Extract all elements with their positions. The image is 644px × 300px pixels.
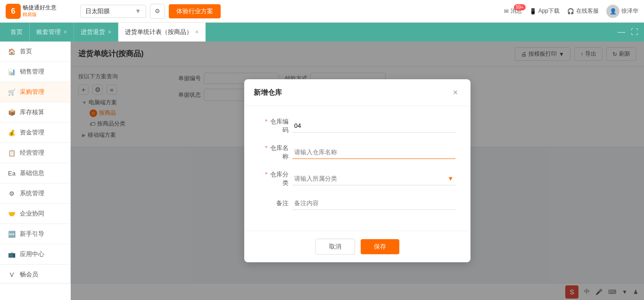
sidebar-member-label: 畅会员: [20, 270, 38, 279]
sidebar-system-label: 系统管理: [20, 189, 44, 198]
app-logo: 6: [6, 4, 21, 19]
store-arrow-icon: ▼: [135, 8, 141, 15]
operations-icon: 📋: [8, 149, 16, 157]
top-right-area: ✉ 消息 99+ 📱 App下载 🎧 在线客服 👤 徐泽华: [504, 5, 638, 18]
sidebar-item-guide[interactable]: 🆕 新手引导: [0, 224, 70, 244]
app-edition: 精易版: [23, 11, 57, 18]
note-input[interactable]: [292, 197, 455, 210]
tab-home[interactable]: 首页: [4, 23, 30, 42]
form-row-code: * 仓库编码: [259, 117, 455, 134]
inventory-icon: 📦: [8, 108, 16, 117]
new-warehouse-dialog: 新增仓库 × * 仓库编码 *: [244, 79, 471, 262]
tab-purchase-return-label: 进货退货: [81, 28, 105, 36]
sidebar-collab-label: 企业协同: [20, 209, 44, 218]
tab-account[interactable]: 账套管理 ×: [30, 23, 74, 42]
sidebar-apps-label: 应用中心: [20, 250, 44, 258]
tab-purchase-stats[interactable]: 进货单统计表（按商品） ×: [118, 23, 206, 42]
member-icon: V: [8, 270, 16, 279]
system-icon: ⚙: [8, 189, 16, 198]
top-bar: 6 畅捷通好生意 精易版 日太阳膜 ▼ ⚙ 体验行业方案 ✉ 消息 99+ 📱 …: [0, 0, 644, 23]
sidebar-item-collab[interactable]: 🤝 企业协同: [0, 204, 70, 224]
form-row-note: 备注: [259, 197, 455, 210]
dialog-header: 新增仓库 ×: [244, 79, 471, 106]
dialog-footer: 取消 保存: [244, 231, 471, 262]
sidebar-home-label: 首页: [20, 47, 32, 56]
home-icon: 🏠: [8, 47, 16, 56]
name-required-mark: *: [265, 144, 267, 151]
settings-button[interactable]: ⚙: [150, 4, 165, 19]
category-dropdown-icon[interactable]: ▼: [447, 175, 454, 182]
dialog-close-button[interactable]: ×: [450, 87, 461, 98]
code-label: * 仓库编码: [259, 117, 292, 134]
sidebar-inventory-label: 库存核算: [20, 108, 44, 117]
headset-icon: 🎧: [567, 8, 574, 15]
sidebar-item-inventory[interactable]: 📦 库存核算: [0, 102, 70, 123]
tab-purchase-return[interactable]: 进货退货 ×: [74, 23, 118, 42]
sidebar-item-basicinfo[interactable]: Ea 基础信息: [0, 163, 70, 183]
cancel-button[interactable]: 取消: [315, 239, 355, 255]
sidebar-item-apps[interactable]: 📺 应用中心: [0, 244, 70, 265]
category-select-input[interactable]: [294, 175, 447, 182]
finance-icon: 💰: [8, 128, 16, 137]
category-select-wrapper: ▼: [292, 172, 455, 185]
sidebar-purchase-label: 采购管理: [20, 88, 44, 96]
tab-purchase-stats-label: 进货单统计表（按商品）: [125, 28, 192, 36]
store-selector[interactable]: 日太阳膜 ▼: [80, 5, 146, 18]
user-menu[interactable]: 👤 徐泽华: [606, 5, 638, 18]
app-download-button[interactable]: 📱 App下载: [529, 7, 560, 15]
tab-bar: 首页 账套管理 × 进货退货 × 进货单统计表（按商品） × — ⛶: [0, 23, 644, 42]
name-label: * 仓库名称: [259, 144, 292, 161]
modal-overlay[interactable]: 新增仓库 × * 仓库编码 *: [71, 42, 644, 300]
online-service-button[interactable]: 🎧 在线客服: [567, 7, 599, 15]
code-required-mark: *: [265, 118, 267, 125]
sidebar-finance-label: 资金管理: [20, 128, 44, 137]
phone-icon: 📱: [529, 8, 537, 15]
basicinfo-icon: Ea: [8, 169, 16, 177]
trial-button[interactable]: 体验行业方案: [169, 4, 221, 18]
sidebar-item-finance[interactable]: 💰 资金管理: [0, 123, 70, 143]
sidebar-guide-label: 新手引导: [20, 230, 44, 238]
sidebar-item-sales[interactable]: 📊 销售管理: [0, 62, 70, 82]
dialog-title: 新增仓库: [254, 88, 282, 97]
tab-expand-icon[interactable]: ⛶: [629, 28, 640, 36]
category-label: * 仓库分类: [259, 170, 292, 187]
message-badge: 99+: [514, 4, 526, 10]
tab-account-label: 账套管理: [36, 28, 61, 36]
sidebar: 🏠 首页 📊 销售管理 🛒 采购管理 📦 库存核算 💰 资金管理 📋 经营管理 …: [0, 42, 71, 300]
sidebar-sales-label: 销售管理: [20, 67, 44, 76]
tab-home-label: 首页: [10, 28, 23, 36]
message-icon: ✉: [504, 8, 509, 15]
apps-icon: 📺: [8, 250, 16, 258]
tab-minimize-icon[interactable]: —: [616, 28, 627, 36]
sidebar-item-purchase[interactable]: 🛒 采购管理: [0, 82, 70, 102]
collab-icon: 🤝: [8, 209, 16, 218]
messages-button[interactable]: ✉ 消息 99+: [504, 7, 522, 15]
guide-icon: 🆕: [8, 230, 16, 238]
sidebar-item-system[interactable]: ⚙ 系统管理: [0, 183, 70, 204]
tab-account-close[interactable]: ×: [64, 29, 67, 35]
sidebar-item-home[interactable]: 🏠 首页: [0, 42, 70, 62]
form-row-name: * 仓库名称: [259, 144, 455, 161]
warehouse-code-input[interactable]: [292, 119, 455, 133]
logo-area: 6 畅捷通好生意 精易版: [6, 4, 76, 19]
dialog-body: * 仓库编码 * 仓库名称: [244, 106, 471, 231]
sidebar-item-member[interactable]: V 畅会员: [0, 265, 70, 285]
content-area: 进货单统计(按商品) 🖨 按模板打印 ▼ ↑ 导出 ↻ 刷新: [71, 42, 644, 300]
main-layout: 🏠 首页 📊 销售管理 🛒 采购管理 📦 库存核算 💰 资金管理 📋 经营管理 …: [0, 42, 644, 300]
tab-actions: — ⛶: [616, 28, 640, 36]
sidebar-item-operations[interactable]: 📋 经营管理: [0, 143, 70, 163]
form-row-category: * 仓库分类 ▼: [259, 170, 455, 187]
user-avatar: 👤: [606, 5, 619, 18]
category-required-mark: *: [265, 171, 267, 178]
tab-purchase-return-close[interactable]: ×: [108, 29, 111, 35]
sidebar-operations-label: 经营管理: [20, 149, 44, 157]
app-name: 畅捷通好生意: [23, 4, 57, 12]
user-name: 徐泽华: [621, 7, 638, 15]
save-button[interactable]: 保存: [361, 239, 399, 254]
sidebar-basicinfo-label: 基础信息: [20, 169, 44, 177]
purchase-icon: 🛒: [8, 88, 16, 96]
warehouse-name-input[interactable]: [292, 146, 455, 159]
store-name: 日太阳膜: [85, 7, 110, 16]
sales-icon: 📊: [8, 67, 16, 76]
tab-purchase-stats-close[interactable]: ×: [195, 29, 198, 35]
